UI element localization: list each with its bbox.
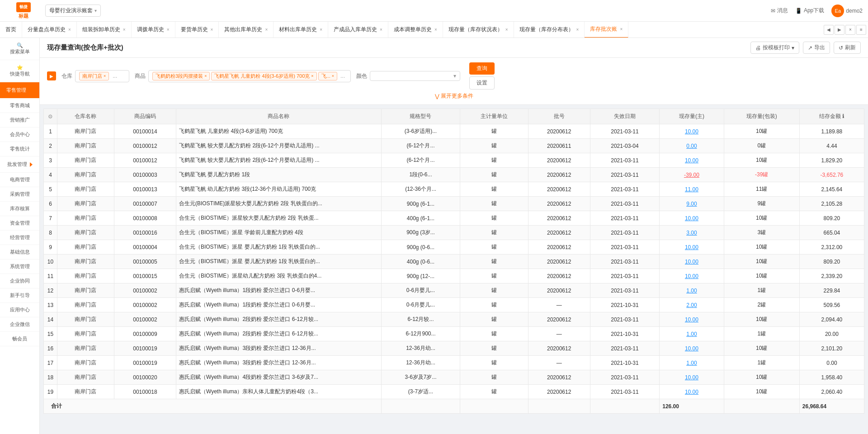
sidebar-item-ecommerce[interactable]: 电商管理 xyxy=(0,173,39,187)
row-unit: 罐 xyxy=(460,211,528,226)
product-tag-1-close-icon[interactable]: × xyxy=(204,74,207,78)
row-batch: — xyxy=(528,298,590,312)
refresh-icon: ↺ xyxy=(839,45,843,51)
row-qty-pack: 10罐 xyxy=(724,269,799,283)
app-download-btn[interactable]: 📱 App下载 xyxy=(795,7,824,14)
tab-close-icon[interactable]: × xyxy=(505,27,508,32)
row-qty-main: -39.00 xyxy=(660,168,724,182)
settings-btn[interactable]: 设置 xyxy=(469,76,495,90)
export-btn[interactable]: ↗ 导出 xyxy=(803,42,830,54)
tab-close-icon[interactable]: × xyxy=(380,27,382,32)
sidebar-item-marketing[interactable]: 营销推广 xyxy=(0,113,39,127)
sidebar-item-base[interactable]: 基础信息 xyxy=(0,245,39,259)
row-balance: 0.00 xyxy=(799,356,864,370)
table-row: 6 南岸门店 00100007 合生元(BIOSTIME)派星较大婴儿配方奶粉 … xyxy=(44,197,864,211)
sidebar-item-wechat[interactable]: 企业微信 xyxy=(0,317,39,332)
tab-material-out-label: 材料出库单历史 xyxy=(279,26,317,33)
tab-close-icon[interactable]: × xyxy=(211,27,213,32)
row-name: 飞鹤星飞帆 幼儿配方奶粉 3段(12-36个月幼儿适用) 700克 xyxy=(176,182,381,197)
tab-prev-btn[interactable]: ◀ xyxy=(824,25,834,35)
product-input[interactable]: 飞鹤奶粉3段丙摆搂装 × 飞鹤星飞帆 儿童奶粉 4段(3-6岁适用) 700克 … xyxy=(148,70,351,82)
row-batch: 20200612 xyxy=(528,182,590,197)
tab-yao-huo[interactable]: 要货单历史 × xyxy=(175,22,219,38)
sidebar-item-vip[interactable]: 畅会员 xyxy=(0,332,39,346)
row-expire: 2021-03-11 xyxy=(590,341,660,356)
tab-product-in[interactable]: 产成品入库单历史 × xyxy=(328,22,388,38)
sidebar-item-operations[interactable]: 经营管理 xyxy=(0,231,39,245)
row-qty-pack: -39罐 xyxy=(724,168,799,182)
refresh-btn[interactable]: ↺ 刷新 xyxy=(834,42,861,54)
sidebar-search[interactable]: 🔍 搜索菜单 xyxy=(0,38,39,60)
sidebar-item-system[interactable]: 系统管理 xyxy=(0,259,39,274)
row-qty-main: 1.00 xyxy=(660,356,724,370)
message-btn[interactable]: ✉ 消息 xyxy=(771,7,788,14)
expand-arrow-btn[interactable]: ▶ xyxy=(47,71,56,80)
sidebar-item-retail-stats[interactable]: 零售统计 xyxy=(0,142,39,156)
tab-close-icon[interactable]: × xyxy=(620,27,623,32)
sidebar-item-collab[interactable]: 企业协同 xyxy=(0,274,39,288)
tab-close-icon[interactable]: × xyxy=(123,27,126,32)
warehouse-input[interactable]: 南岸门店 × ... xyxy=(75,70,129,82)
sidebar-item-inventory[interactable]: 库存核算 xyxy=(0,202,39,216)
sidebar-item-finance[interactable]: 资金管理 xyxy=(0,216,39,231)
sidebar-item-app-center[interactable]: 应用中心 xyxy=(0,303,39,317)
sidebar-item-retail[interactable]: 零售管理 xyxy=(0,82,39,99)
tab-close-icon[interactable]: × xyxy=(265,27,268,32)
expand-more-btn[interactable]: ⋁ 展开更多条件 xyxy=(435,92,473,100)
row-batch: 20200612 xyxy=(528,211,590,226)
color-down-icon: ▾ xyxy=(453,73,456,79)
sidebar-search-label: 搜索菜单 xyxy=(3,48,37,55)
col-settings-icon[interactable]: ⚙ xyxy=(44,109,57,124)
print-btn[interactable]: 🖨 按模板打印 ▾ xyxy=(750,42,799,54)
tab-diao-bo[interactable]: 调拨单历史 × xyxy=(132,22,175,38)
tab-close-icon[interactable]: × xyxy=(68,27,71,32)
tab-zu-zhuang[interactable]: 组装拆卸单历史 × xyxy=(77,22,132,38)
tab-fen-liang[interactable]: 分量盘点单历史 × xyxy=(22,22,77,38)
expand-more-label: 展开更多条件 xyxy=(441,92,473,100)
row-batch: — xyxy=(528,356,590,370)
tab-other-out[interactable]: 其他出库单历史 × xyxy=(219,22,274,38)
row-code: 00100013 xyxy=(114,182,176,197)
sidebar-quick-nav[interactable]: ⭐ 快捷导航 xyxy=(0,60,39,82)
tab-home[interactable]: 首页 xyxy=(0,22,22,38)
tab-close-all-btn[interactable]: × xyxy=(845,25,855,35)
row-unit: 罐 xyxy=(460,298,528,312)
row-code: 00100009 xyxy=(114,327,176,341)
tab-close-icon[interactable]: × xyxy=(576,27,579,32)
sidebar-item-purchase[interactable]: 采购管理 xyxy=(0,187,39,202)
industry-select[interactable]: 母婴行业演示账套 ▾ xyxy=(45,5,101,17)
tab-close-icon[interactable]: × xyxy=(320,27,322,32)
product-tag-3-close-icon[interactable]: × xyxy=(332,74,334,78)
sidebar-item-wholesale[interactable]: 批发管理 xyxy=(0,156,39,173)
warehouse-tag-close-icon[interactable]: × xyxy=(104,74,106,78)
tab-stock-dist[interactable]: 现存量（库存分布表） × xyxy=(514,22,585,38)
top-bar: 畅捷 标题 母婴行业演示账套 ▾ ✉ 消息 📱 App下载 Ea demo2 xyxy=(0,0,868,22)
tab-close-icon[interactable]: × xyxy=(167,27,170,32)
row-batch: 20200612 xyxy=(528,168,590,182)
filter-color: 颜色 ▾ xyxy=(356,71,460,81)
row-qty-main: 10.00 xyxy=(660,240,724,255)
tab-nav-arrows: ◀ ▶ × ≡ xyxy=(824,25,868,35)
row-expire: 2021-03-11 xyxy=(590,168,660,182)
sidebar-item-guide[interactable]: 新手引导 xyxy=(0,288,39,303)
page-title: 现存量查询(按仓库+批次) xyxy=(47,43,123,52)
sidebar-item-shop[interactable]: 零售商城 xyxy=(0,99,39,113)
row-unit: 罐 xyxy=(460,240,528,255)
product-tag-1: 飞鹤奶粉3段丙摆搂装 × xyxy=(152,72,210,80)
sidebar-app-center-label: 应用中心 xyxy=(2,307,38,313)
col-unit: 主计量单位 xyxy=(460,109,528,124)
tab-stock-status[interactable]: 现存量（库存状况表） × xyxy=(443,22,514,38)
filter-expand-row: ⋁ 展开更多条件 xyxy=(47,92,861,100)
tab-menu-btn[interactable]: ≡ xyxy=(856,25,866,35)
color-input[interactable]: ▾ xyxy=(370,71,460,81)
tab-next-btn[interactable]: ▶ xyxy=(835,25,844,35)
main-layout: 🔍 搜索菜单 ⭐ 快捷导航 零售管理 零售商城 营销推广 会员中心 零售统计 批… xyxy=(0,38,868,434)
user-area[interactable]: Ea demo2 xyxy=(831,5,863,17)
product-tag-2-close-icon[interactable]: × xyxy=(311,74,313,78)
tab-close-icon[interactable]: × xyxy=(434,27,437,32)
tab-cost-adjust[interactable]: 成本调整单历史 × xyxy=(388,22,443,38)
query-btn[interactable]: 查询 xyxy=(469,62,495,75)
tab-material-out[interactable]: 材料出库单历史 × xyxy=(274,22,328,38)
sidebar-item-member[interactable]: 会员中心 xyxy=(0,127,39,142)
tab-batch-account[interactable]: 库存批次账 × xyxy=(585,22,628,38)
